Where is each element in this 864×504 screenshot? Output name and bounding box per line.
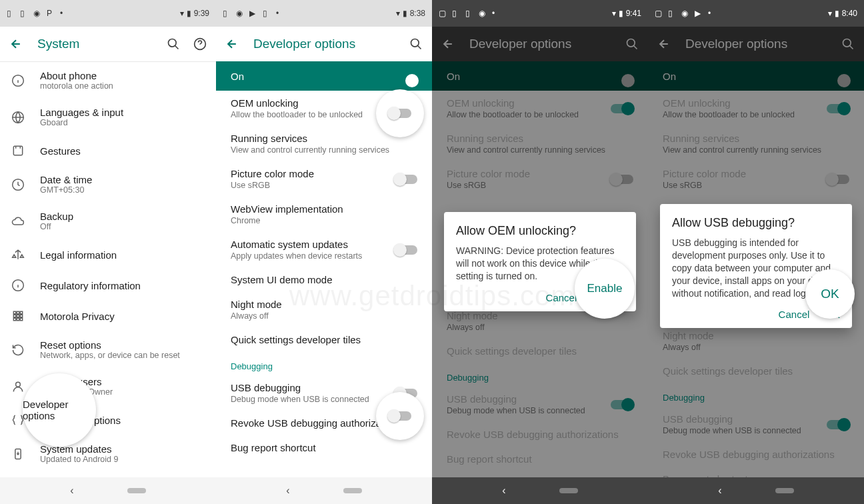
option-title: USB debugging	[231, 382, 395, 393]
toggle[interactable]	[395, 245, 417, 255]
setting-title: Motorola Privacy	[40, 311, 115, 322]
setting-system-updates[interactable]: System updatesUpdated to Android 9	[0, 435, 216, 472]
nav-bar: ‹	[648, 477, 864, 504]
svg-point-7	[16, 382, 21, 387]
setting-title: Reset options	[40, 339, 180, 351]
wifi-icon: ▾	[396, 9, 400, 18]
sim-icon: ▯	[465, 9, 475, 18]
setting-about-phone[interactable]: About phonemotorola one action	[0, 62, 216, 99]
option-subtitle: Debug mode when USB is connected	[231, 395, 395, 404]
shield-icon: ◉	[236, 9, 245, 18]
back-icon[interactable]	[225, 37, 239, 51]
sim-icon: ▯	[668, 9, 677, 18]
master-toggle-bar[interactable]: On	[216, 61, 432, 91]
option-night-mode[interactable]: Night modeAlways off	[216, 292, 432, 327]
nav-back-icon[interactable]: ‹	[718, 485, 721, 497]
search-icon[interactable]	[167, 37, 180, 51]
setting-title: About phone	[40, 70, 113, 81]
pane-usb-dialog: ▢ ▯ ◉ ▶ • ▾ ▮ 8:40 Developer options On …	[648, 0, 864, 504]
person-icon	[11, 379, 25, 394]
nav-bar: ‹	[0, 477, 216, 504]
status-bar: ▯ ◉ ▶ ▯ • ▾ ▮ 8:38	[216, 0, 432, 27]
image-icon: ▢	[439, 9, 448, 18]
svg-point-0	[169, 39, 177, 47]
reset-icon	[11, 343, 25, 357]
setting-backup[interactable]: BackupOff	[0, 203, 216, 239]
nav-home-icon[interactable]	[127, 488, 146, 493]
option-picture-color-mode[interactable]: Picture color modeUse sRGB	[216, 161, 432, 197]
battery-icon: ▮	[403, 9, 407, 18]
setting-title: Regulatory information	[40, 280, 141, 291]
dialog-cancel-button[interactable]: Cancel	[546, 292, 577, 303]
setting-reset-options[interactable]: Reset optionsNetwork, apps, or device ca…	[0, 331, 216, 368]
developer-options-label[interactable]: Developer options	[23, 399, 96, 421]
highlight-enable-button: Enable	[575, 259, 635, 319]
nav-back-icon[interactable]: ‹	[502, 485, 505, 497]
option-subtitle: Always off	[231, 311, 417, 321]
option-title: WebView implementation	[231, 203, 417, 215]
option-title: Night mode	[231, 299, 417, 310]
shield-icon: ◉	[33, 9, 43, 18]
more-icon: •	[276, 9, 279, 18]
pane-oem-dialog: ▢ ▯ ▯ ◉ • ▾ ▮ 9:41 Developer options On …	[432, 0, 648, 504]
wifi-icon: ▾	[828, 9, 832, 18]
option-automatic-system-updates[interactable]: Automatic system updatesApply updates wh…	[216, 232, 432, 267]
enable-label[interactable]: Enable	[587, 282, 623, 295]
wifi-icon: ▾	[180, 9, 184, 18]
sim-icon: ▯	[263, 9, 272, 18]
wifi-icon: ▾	[612, 9, 616, 18]
nav-home-icon[interactable]	[775, 488, 794, 493]
setting-subtitle: Updated to Android 9	[40, 455, 118, 464]
p-icon: P	[47, 9, 56, 18]
nav-home-icon[interactable]	[559, 488, 578, 493]
clock: 8:38	[410, 9, 425, 18]
page-title: System	[37, 37, 79, 51]
grid-icon	[11, 309, 25, 323]
nav-bar: ‹	[216, 477, 432, 504]
search-icon[interactable]	[409, 37, 423, 51]
option-title: System UI demo mode	[231, 274, 417, 285]
nav-back-icon[interactable]: ‹	[70, 485, 73, 497]
page-title: Developer options	[253, 37, 355, 51]
setting-subtitle: motorola one action	[40, 81, 113, 91]
option-subtitle: View and control currently running servi…	[231, 145, 417, 155]
setting-motorola-privacy[interactable]: Motorola Privacy	[0, 301, 216, 331]
option-title: Quick settings developer tiles	[231, 334, 417, 345]
nav-home-icon[interactable]	[343, 488, 362, 493]
option-quick-settings-developer-tiles[interactable]: Quick settings developer tiles	[216, 327, 432, 352]
clock: 8:40	[842, 9, 857, 18]
nav-back-icon[interactable]: ‹	[286, 485, 289, 497]
battery-icon: ▮	[619, 9, 623, 18]
image-icon: ▢	[655, 9, 664, 18]
setting-regulatory-information[interactable]: Regulatory information	[0, 270, 216, 301]
update-icon	[11, 447, 25, 461]
more-icon: •	[60, 9, 63, 18]
help-icon[interactable]	[193, 37, 207, 51]
ok-label[interactable]: OK	[821, 287, 839, 301]
setting-title: Legal information	[40, 249, 117, 261]
back-icon[interactable]	[9, 37, 23, 51]
sim-icon: ▯	[452, 9, 461, 18]
status-bar: ▯ ▯ ◉ P • ▾ ▮ 9:39	[0, 0, 216, 27]
option-subtitle: Allow the bootloader to be unlocked	[231, 110, 395, 119]
usb-debugging-toggle[interactable]	[389, 411, 411, 421]
setting-gestures[interactable]: Gestures	[0, 135, 216, 166]
setting-title: Gestures	[40, 145, 81, 157]
sim-icon: ▯	[20, 9, 29, 18]
svg-point-9	[411, 39, 419, 47]
cloud-icon	[11, 214, 25, 229]
highlight-ok-button: OK	[805, 269, 855, 319]
setting-legal-information[interactable]: Legal information	[0, 239, 216, 270]
info-icon	[11, 73, 25, 88]
option-system-ui-demo-mode[interactable]: System UI demo mode	[216, 267, 432, 292]
setting-subtitle: Gboard	[40, 118, 123, 127]
oem-toggle[interactable]	[389, 109, 411, 118]
battery-icon: ▮	[187, 9, 191, 18]
option-webview-implementation[interactable]: WebView implementationChrome	[216, 197, 432, 232]
setting-date-time[interactable]: Date & timeGMT+05:30	[0, 166, 216, 203]
setting-languages-input[interactable]: Languages & inputGboard	[0, 99, 216, 135]
app-bar: Developer options	[216, 27, 432, 61]
toggle[interactable]	[395, 175, 417, 184]
dialog-cancel-button[interactable]: Cancel	[779, 309, 810, 320]
setting-subtitle: Network, apps, or device can be reset	[40, 351, 180, 360]
